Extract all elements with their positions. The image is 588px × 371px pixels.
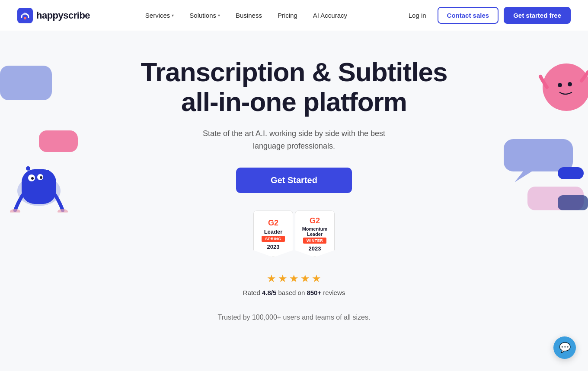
chevron-down-icon: ▾ xyxy=(172,13,174,18)
chat-support-button[interactable]: 💬 xyxy=(553,336,576,359)
svg-point-9 xyxy=(40,176,42,179)
badge-momentum-title: Momentum Leader xyxy=(299,226,331,237)
svg-rect-0 xyxy=(17,8,33,23)
svg-rect-18 xyxy=(527,187,584,210)
logo-text: happyscribe xyxy=(36,10,90,21)
svg-rect-2 xyxy=(0,66,52,100)
contact-sales-button[interactable]: Contact sales xyxy=(438,7,499,24)
badge-momentum-year: 2023 xyxy=(309,245,321,252)
nav-pricing[interactable]: Pricing xyxy=(272,8,304,22)
svg-rect-5 xyxy=(22,169,56,204)
svg-point-13 xyxy=(58,209,68,212)
badge-leader-season: SPRING xyxy=(262,236,285,242)
hero-subtitle: State of the art A.I. working side by si… xyxy=(190,127,398,152)
nav-links: Services ▾ Solutions ▾ Business Pricing … xyxy=(139,8,353,22)
svg-rect-19 xyxy=(558,195,588,210)
star-3: ★ xyxy=(289,273,299,285)
badge-momentum-g2-logo: G2 xyxy=(310,216,320,225)
star-2: ★ xyxy=(278,273,288,285)
svg-point-8 xyxy=(31,177,34,180)
hero-section: Transcription & Subtitles all-in-one pla… xyxy=(0,31,588,339)
star-5-half: ★ xyxy=(312,273,321,285)
badge-momentum: G2 Momentum Leader WINTER 2023 xyxy=(295,210,335,257)
review-count: 850+ xyxy=(307,289,321,296)
rating-score: 4.8/5 xyxy=(262,289,276,296)
badge-leader: G2 Leader SPRING 2023 xyxy=(253,210,293,257)
chevron-down-icon: ▾ xyxy=(218,13,220,18)
svg-rect-20 xyxy=(558,167,584,179)
svg-point-10 xyxy=(26,166,30,171)
hero-title: Transcription & Subtitles all-in-one pla… xyxy=(141,57,447,117)
chat-icon: 💬 xyxy=(559,342,571,353)
nav-actions: Log in Contact sales Get started free xyxy=(403,7,571,24)
right-decoration xyxy=(502,57,588,214)
svg-point-6 xyxy=(28,174,35,181)
svg-point-12 xyxy=(10,209,20,212)
nav-business[interactable]: Business xyxy=(230,8,268,22)
svg-rect-3 xyxy=(39,130,78,152)
logo-link[interactable]: happyscribe xyxy=(17,8,90,23)
star-1: ★ xyxy=(267,273,276,285)
svg-point-1 xyxy=(24,17,26,19)
star-4: ★ xyxy=(300,273,310,285)
nav-ai-accuracy[interactable]: AI Accuracy xyxy=(307,8,353,22)
get-started-free-button[interactable]: Get started free xyxy=(504,7,571,24)
login-button[interactable]: Log in xyxy=(403,8,432,22)
stars-row: ★ ★ ★ ★ ★ xyxy=(267,273,321,285)
svg-point-15 xyxy=(558,83,562,87)
svg-point-11 xyxy=(46,170,49,173)
badge-leader-year: 2023 xyxy=(267,244,280,250)
svg-point-7 xyxy=(37,174,43,180)
svg-point-16 xyxy=(568,82,572,86)
badges-container: G2 Leader SPRING 2023 G2 Momentum Leader… xyxy=(253,210,335,257)
get-started-button[interactable]: Get Started xyxy=(236,168,352,193)
badge-momentum-season: WINTER xyxy=(303,238,327,244)
svg-point-4 xyxy=(17,176,61,206)
navbar: happyscribe Services ▾ Solutions ▾ Busin… xyxy=(0,0,588,31)
svg-rect-17 xyxy=(504,139,573,171)
logo-icon xyxy=(17,8,33,23)
svg-point-14 xyxy=(543,63,588,111)
left-decoration xyxy=(0,57,91,214)
badge-leader-title: Leader xyxy=(264,228,283,235)
rating-suffix: based on xyxy=(278,289,307,296)
nav-services[interactable]: Services ▾ xyxy=(139,8,180,22)
rating-text: Rated 4.8/5 based on 850+ reviews xyxy=(243,289,345,296)
trusted-text: Trusted by 100,000+ users and teams of a… xyxy=(218,314,371,321)
badge-g2-logo: G2 xyxy=(268,219,278,228)
nav-solutions[interactable]: Solutions ▾ xyxy=(183,8,226,22)
